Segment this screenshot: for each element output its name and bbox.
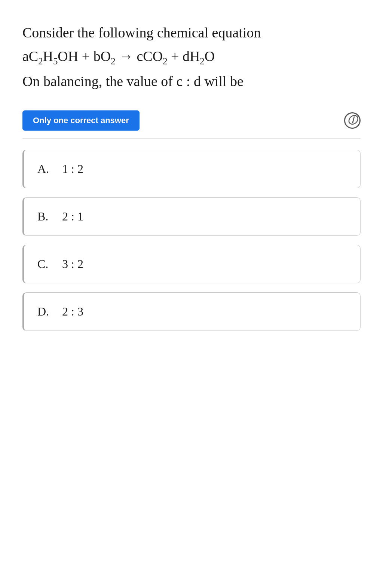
chemical-equation: aC2H5OH + bO2 → cCO2 + dH2O [22,46,361,68]
option-a[interactable]: A. 1 : 2 [22,150,361,188]
question-intro: Consider the following chemical equation [22,22,361,43]
option-b[interactable]: B. 2 : 1 [22,197,361,236]
option-d-label: D. [37,305,51,319]
option-c-label: C. [37,257,51,271]
option-b-label: B. [37,210,51,223]
question-on-line: On balancing, the value of c : d will be [22,71,361,92]
option-d-value: 2 : 3 [62,305,83,319]
option-b-value: 2 : 1 [62,210,83,223]
info-icon[interactable]: ⓘ [344,112,361,129]
option-c[interactable]: C. 3 : 2 [22,245,361,283]
option-a-label: A. [37,162,51,176]
option-a-value: 1 : 2 [62,162,83,176]
option-c-value: 3 : 2 [62,257,83,271]
option-d[interactable]: D. 2 : 3 [22,292,361,331]
answer-type-row: Only one correct answer ⓘ [22,110,361,131]
options-list: A. 1 : 2 B. 2 : 1 C. 3 : 2 D. 2 : 3 [22,150,361,331]
only-one-correct-button[interactable]: Only one correct answer [22,110,140,131]
question-section: Consider the following chemical equation… [22,22,361,92]
divider [22,138,361,138]
